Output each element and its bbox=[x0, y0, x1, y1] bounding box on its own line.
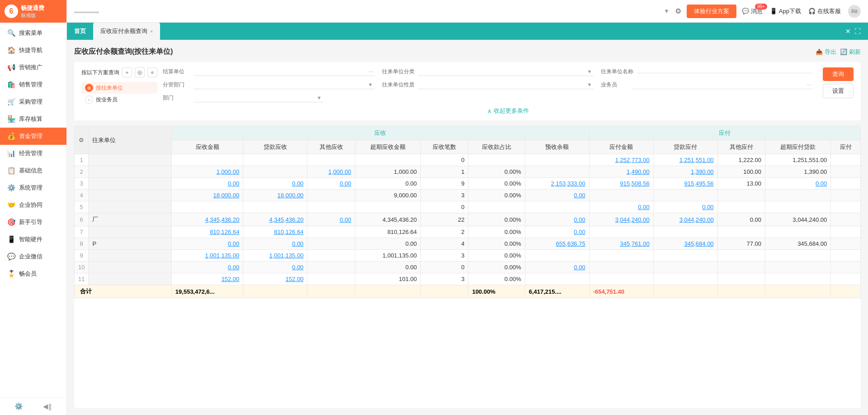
row-advance-balance[interactable]: 0.00 bbox=[525, 226, 589, 238]
add-filter-btn[interactable]: ＋ bbox=[122, 67, 132, 77]
settlement-unit-dots[interactable]: ··· bbox=[368, 69, 373, 74]
sidebar-item-sales[interactable]: 🛍️ 销售管理 bbox=[0, 76, 66, 93]
solution-button[interactable]: 体验行业方案 bbox=[687, 5, 736, 18]
sidebar-item-wechat[interactable]: 💬 企业微信 bbox=[0, 248, 66, 265]
row-advance-balance[interactable]: 0.00 bbox=[525, 190, 589, 201]
user-avatar[interactable]: Rit bbox=[848, 5, 861, 18]
partner-nature-arrow[interactable]: ▼ bbox=[587, 82, 592, 87]
row-ap-loan[interactable]: 915,495.56 bbox=[653, 178, 717, 190]
sidebar-item-inventory[interactable]: 🏪 库存核算 bbox=[0, 110, 66, 128]
collapse-filters-btn[interactable]: ∧ 收起更多条件 bbox=[487, 107, 529, 115]
row-advance-balance[interactable]: 0.00 bbox=[525, 213, 589, 226]
row-ap-suffix bbox=[831, 190, 861, 201]
row-advance-balance[interactable]: 2,153,333.00 bbox=[525, 178, 589, 190]
row-ap-loan[interactable]: 1,251,551.00 bbox=[653, 154, 717, 166]
row-ap-other bbox=[717, 190, 765, 201]
row-ar-loan[interactable]: 152.00 bbox=[243, 273, 307, 285]
row-ar-ratio bbox=[468, 154, 525, 166]
settings-button[interactable]: 设置 bbox=[823, 84, 854, 98]
sidebar-item-finance[interactable]: 💰 资金管理 bbox=[0, 128, 66, 145]
row-ar-amount[interactable]: 0.00 bbox=[171, 262, 243, 273]
row-ap-amount[interactable]: 1,490.00 bbox=[589, 166, 653, 178]
refresh-button[interactable]: 🔄 刷新 bbox=[840, 48, 861, 56]
quick-nav-icon: 🏠 bbox=[7, 46, 15, 54]
row-ar-loan[interactable]: 18,000.00 bbox=[243, 190, 307, 201]
sidebar-item-system[interactable]: ⚙️ 系统管理 bbox=[0, 179, 66, 196]
sidebar-item-operations[interactable]: 📊 经营管理 bbox=[0, 145, 66, 162]
row-ap-amount[interactable]: 1,252,773.00 bbox=[589, 154, 653, 166]
app-download-label: App下载 bbox=[779, 7, 801, 15]
logo-icon: 6 bbox=[5, 5, 18, 18]
row-ar-amount[interactable]: 4,345,436.20 bbox=[171, 213, 243, 226]
tab-home[interactable]: 首页 bbox=[67, 23, 93, 40]
sidebar-item-search-menu[interactable]: 🔍 搜索菜单 bbox=[0, 24, 66, 42]
sidebar-collapse-btn[interactable]: ◀‖ bbox=[43, 402, 52, 410]
row-ap-amount[interactable]: 3,044,240.00 bbox=[589, 213, 653, 226]
row-ar-amount bbox=[171, 154, 243, 166]
row-ar-loan[interactable]: 1,001,135.00 bbox=[243, 250, 307, 262]
query-button[interactable]: 查询 bbox=[823, 67, 854, 81]
row-ar-other[interactable]: 0.00 bbox=[307, 213, 355, 226]
row-ap-loan bbox=[653, 262, 717, 273]
row-ar-loan[interactable]: 0.00 bbox=[243, 238, 307, 250]
app-download-btn[interactable]: 📱 App下载 bbox=[770, 7, 801, 15]
maximize-window-icon[interactable]: ⛶ bbox=[854, 28, 861, 35]
sidebar-item-purchase[interactable]: 🛒 采购管理 bbox=[0, 93, 66, 110]
close-window-icon[interactable]: ✕ bbox=[845, 28, 851, 35]
row-advance-balance[interactable]: 655,636.75 bbox=[525, 238, 589, 250]
row-ar-amount[interactable]: 0.00 bbox=[171, 238, 243, 250]
sidebar-item-guide[interactable]: 🎯 新手引导 bbox=[0, 214, 66, 231]
sidebar-item-member[interactable]: 🎖️ 畅会员 bbox=[0, 265, 66, 282]
row-ap-loan[interactable]: 3,044,240.00 bbox=[653, 213, 717, 226]
row-ar-loan[interactable]: 0.00 bbox=[243, 262, 307, 273]
online-service-btn[interactable]: 🎧 在线客服 bbox=[808, 7, 841, 15]
row-advance-balance[interactable]: 0.00 bbox=[525, 262, 589, 273]
tab-ar-balance[interactable]: 应收应付余额查询 × bbox=[93, 23, 160, 40]
row-ap-amount[interactable]: 345,761.00 bbox=[589, 238, 653, 250]
page-content: 应收应付余额查询(按往来单位) 📤 导出 🔄 刷新 按以下方案查询 bbox=[67, 40, 868, 415]
row-ar-amount[interactable]: 0.00 bbox=[171, 178, 243, 190]
sidebar-settings-btn[interactable]: ⚙️ bbox=[14, 402, 23, 410]
messages-btn[interactable]: 💬 消息 99+ bbox=[742, 7, 763, 15]
prev-filter-btn[interactable]: « bbox=[147, 67, 157, 77]
row-ap-loan bbox=[653, 273, 717, 285]
filter-option-salesperson[interactable]: ○ 按业务员 bbox=[81, 94, 157, 105]
sidebar-item-quick-nav[interactable]: 🏠 快捷导航 bbox=[0, 42, 66, 59]
row-ar-amount[interactable]: 810,126.64 bbox=[171, 226, 243, 238]
row-ar-amount[interactable]: 1,001,135.00 bbox=[171, 250, 243, 262]
breadcrumb-arrow[interactable]: ▼ bbox=[664, 8, 670, 14]
data-table-wrap: ⚙ 往来单位 应收 应付 应收金额 贷款应收 其他应收 超期应收金额 应收笔数 … bbox=[74, 126, 861, 408]
refresh-icon: 🔄 bbox=[840, 48, 847, 55]
row-ar-loan[interactable]: 810,126.64 bbox=[243, 226, 307, 238]
table-settings-col[interactable]: ⚙ bbox=[75, 126, 89, 154]
topbar-gear-icon[interactable]: ⚙ bbox=[675, 7, 681, 15]
row-ap-amount[interactable]: 0.00 bbox=[589, 201, 653, 213]
footer-label: 合计 bbox=[75, 285, 172, 298]
row-partner: 厂 bbox=[89, 213, 171, 226]
row-ar-loan[interactable]: 0.00 bbox=[243, 178, 307, 190]
supervising-dept-arrow[interactable]: ▼ bbox=[368, 82, 373, 87]
export-button[interactable]: 📤 导出 bbox=[816, 48, 836, 56]
sidebar-item-marketing[interactable]: 📢 营销推广 bbox=[0, 59, 66, 76]
row-ar-amount[interactable]: 1,000.00 bbox=[171, 166, 243, 178]
row-ap-loan[interactable]: 1,390.00 bbox=[653, 166, 717, 178]
salesperson-dots[interactable]: ··· bbox=[807, 82, 811, 87]
row-ar-overdue: 0.00 bbox=[355, 262, 420, 273]
row-ar-loan[interactable]: 4,345,436.20 bbox=[243, 213, 307, 226]
row-ar-amount[interactable]: 18,000.00 bbox=[171, 190, 243, 201]
row-ap-loan[interactable]: 345,684.00 bbox=[653, 238, 717, 250]
tab-close-icon[interactable]: × bbox=[150, 29, 153, 34]
department-arrow[interactable]: ▼ bbox=[317, 95, 322, 100]
row-ar-other[interactable]: 0.00 bbox=[307, 178, 355, 190]
filter-option-partner[interactable]: ⊕ 按往来单位 bbox=[81, 82, 157, 94]
row-ar-amount[interactable]: 152.00 bbox=[171, 273, 243, 285]
row-ap-overdue-loan[interactable]: 0.00 bbox=[765, 178, 831, 190]
edit-filter-btn[interactable]: ◎ bbox=[135, 67, 145, 77]
sidebar-item-basic-info[interactable]: 📋 基础信息 bbox=[0, 162, 66, 179]
row-ap-loan[interactable]: 0.00 bbox=[653, 201, 717, 213]
sidebar-item-smart-hw[interactable]: 📱 智能硬件 bbox=[0, 231, 66, 248]
row-ar-other[interactable]: 1,000.00 bbox=[307, 166, 355, 178]
sidebar-item-enterprise[interactable]: 🤝 企业协同 bbox=[0, 196, 66, 214]
row-ap-amount[interactable]: 915,508.56 bbox=[589, 178, 653, 190]
partner-category-arrow[interactable]: ▼ bbox=[587, 69, 592, 74]
